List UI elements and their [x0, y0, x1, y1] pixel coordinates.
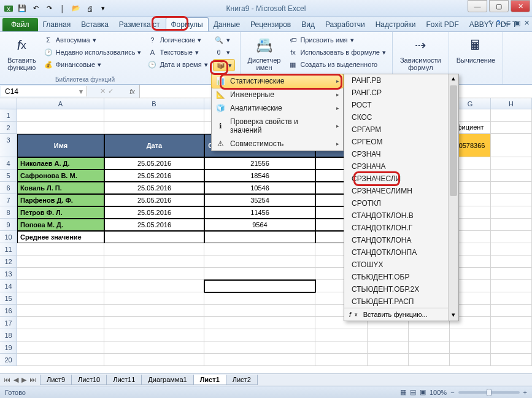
cell[interactable] [17, 317, 104, 329]
row-header[interactable]: 9 [0, 219, 17, 231]
cell[interactable]: Дата [104, 134, 204, 157]
menu-statistical[interactable]: 📊Статистические▸ [211, 74, 344, 88]
cell[interactable]: 25.05.2016 [104, 206, 204, 219]
function-item[interactable]: СРЗНАЧЕСЛИМН [344, 185, 458, 197]
excel-icon[interactable]: X [2, 2, 15, 15]
cell[interactable] [491, 134, 532, 157]
cell[interactable]: 21556 [204, 157, 315, 170]
menu-information[interactable]: ℹПроверка свойств и значений▸ [212, 115, 343, 137]
cell[interactable] [491, 231, 532, 243]
function-item[interactable]: СРЗНАЧЕСЛИ [344, 173, 458, 185]
cell[interactable]: 18546 [204, 170, 315, 182]
tab-view[interactable]: Вид [296, 18, 320, 31]
cell[interactable]: 25.05.2016 [104, 182, 204, 194]
cell[interactable] [17, 292, 104, 305]
function-item[interactable]: РОСТ [344, 99, 458, 111]
save-icon[interactable]: 💾 [16, 2, 28, 15]
function-item[interactable]: СРЗНАЧ [344, 148, 458, 160]
datetime-button[interactable]: 🕒Дата и время ▾ [146, 59, 209, 70]
cell[interactable] [204, 305, 315, 317]
view-normal-icon[interactable]: ▦ [400, 388, 406, 396]
maximize-button[interactable]: ▢ [489, 0, 509, 12]
row-header[interactable]: 7 [0, 194, 17, 206]
doc-close-icon[interactable]: ✕ [524, 19, 530, 27]
row-header[interactable]: 11 [0, 243, 17, 256]
cell[interactable]: 10546 [204, 182, 315, 194]
function-item[interactable]: СКОС [344, 111, 458, 123]
cell[interactable] [491, 109, 532, 122]
cell[interactable] [450, 329, 491, 341]
cell[interactable] [491, 292, 532, 305]
cell[interactable] [104, 317, 204, 329]
sheet-tab[interactable]: Лист9 [40, 375, 72, 385]
minimize-ribbon-icon[interactable]: ⌃ [487, 19, 493, 27]
cell[interactable] [204, 317, 315, 329]
function-item[interactable]: СРГЕОМ [344, 136, 458, 148]
cell[interactable] [491, 194, 532, 206]
cell[interactable]: 11456 [204, 206, 315, 219]
print-preview-icon[interactable]: 🖨 [83, 2, 96, 15]
zoom-in-button[interactable]: + [523, 389, 527, 396]
cell[interactable] [17, 109, 104, 122]
cell[interactable] [204, 292, 315, 305]
logical-button[interactable]: ?Логические ▾ [146, 34, 209, 45]
tab-developer[interactable]: Разработчи [320, 18, 371, 31]
cell[interactable] [17, 268, 104, 280]
row-header[interactable]: 1 [0, 109, 17, 122]
sheet-tab[interactable]: Лист1 [193, 375, 226, 385]
sheet-first-icon[interactable]: ⏮ [2, 376, 12, 384]
cell[interactable] [315, 354, 368, 366]
close-button[interactable]: ✕ [511, 0, 530, 12]
help-icon[interactable]: ? [496, 19, 500, 27]
cell[interactable]: Петров Ф. Л. [17, 206, 104, 219]
sheet-last-icon[interactable]: ⏭ [28, 376, 37, 384]
cell[interactable] [204, 354, 315, 366]
cell[interactable] [315, 329, 368, 341]
sheet-prev-icon[interactable]: ◀ [12, 376, 20, 384]
cell[interactable]: Коваль Л. П. [17, 182, 104, 194]
undo-icon[interactable]: ↶ [29, 2, 42, 15]
menu-engineering[interactable]: 📐Инженерные▸ [212, 88, 343, 101]
sheet-tab[interactable]: Лист2 [226, 375, 258, 385]
cell[interactable]: Среднее значение [17, 231, 104, 243]
row-header[interactable]: 13 [0, 268, 17, 280]
cell[interactable]: Попова М. Д. [17, 219, 104, 231]
row-header[interactable]: 6 [0, 182, 17, 194]
cell[interactable] [491, 280, 532, 292]
cell[interactable]: 9564 [204, 219, 315, 231]
cell[interactable]: Имя [17, 134, 104, 157]
function-item[interactable]: СРОТКЛ [344, 197, 458, 209]
function-item[interactable]: СТЬЮДЕНТ.РАСП [344, 295, 458, 308]
cell[interactable]: 35254 [204, 194, 315, 206]
recent-button[interactable]: 🕑Недавно использовались ▾ [42, 47, 143, 58]
function-item[interactable]: СРЗНАЧА [344, 160, 458, 173]
cell[interactable] [17, 329, 104, 341]
cell[interactable] [491, 219, 532, 231]
cell[interactable] [204, 256, 315, 268]
cell[interactable] [104, 231, 204, 243]
cell[interactable]: 25.05.2016 [104, 170, 204, 182]
cell[interactable] [104, 109, 204, 122]
cell[interactable]: 25.05.2016 [104, 219, 204, 231]
select-all-corner[interactable] [0, 98, 17, 109]
autosum-button[interactable]: ΣАвтосумма ▾ [42, 34, 143, 45]
fx-button[interactable]: fx [125, 85, 140, 98]
cell[interactable] [104, 329, 204, 341]
name-box[interactable]: C14▾ [1, 86, 87, 96]
col-header[interactable]: H [491, 98, 532, 109]
sheet-tab[interactable]: Диаграмма1 [141, 375, 193, 385]
cell[interactable]: Парфенов Д. Ф. [17, 194, 104, 206]
cell[interactable] [315, 341, 368, 354]
function-item[interactable]: СРГАРМ [344, 123, 458, 136]
cell[interactable] [368, 354, 409, 366]
row-header[interactable]: 18 [0, 329, 17, 341]
col-header[interactable]: B [104, 98, 204, 109]
doc-restore-icon[interactable]: ▣ [514, 19, 520, 27]
create-from-sel-button[interactable]: ▦Создать из выделенного [287, 59, 387, 70]
row-header[interactable]: 20 [0, 354, 17, 366]
cell[interactable] [409, 341, 450, 354]
sheet-tab[interactable]: Лист10 [71, 375, 107, 385]
cell[interactable] [204, 268, 315, 280]
function-item[interactable]: СТОШYX [344, 259, 458, 271]
row-header[interactable]: 14 [0, 280, 17, 292]
